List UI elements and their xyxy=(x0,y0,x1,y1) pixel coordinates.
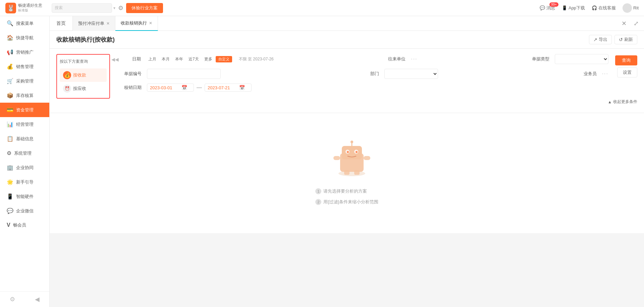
app-name: 畅捷通好生意 xyxy=(18,3,42,8)
avatar xyxy=(623,3,632,13)
step-2-circle: 2 xyxy=(315,199,321,205)
collapse-more-label: 收起更多条件 xyxy=(613,99,637,105)
empty-step2-text: 用[过滤]条件来缩小分析范围 xyxy=(323,198,378,206)
filter-row-3: 核销日期 📅 — 📅 xyxy=(124,84,608,92)
sidebar-item-operation[interactable]: 📊 经营管理 xyxy=(0,117,49,132)
tab-prepay[interactable]: 预付冲应付单 ✕ xyxy=(73,16,115,31)
filter-spacer: 不限 至 2023-07-26 xyxy=(239,56,274,62)
svg-rect-12 xyxy=(354,170,360,175)
sidebar-item-quick-nav[interactable]: 🏠 快捷导航 xyxy=(0,31,49,45)
robot-svg xyxy=(330,140,374,177)
guide-icon: 🌟 xyxy=(7,179,13,185)
writeoff-start-wrap: 📅 xyxy=(147,84,194,92)
settings-icon[interactable]: ⚙ xyxy=(10,296,15,303)
finance-icon: 💳 xyxy=(7,107,13,113)
step-1-circle: 1 xyxy=(315,188,321,194)
message-icon: 💬 xyxy=(540,5,545,10)
message-item[interactable]: 💬 消息 99+ xyxy=(540,5,555,11)
tab-home[interactable]: 首页 xyxy=(50,16,73,31)
doc-type-select[interactable] xyxy=(555,54,608,64)
writeoff-start-input[interactable] xyxy=(150,85,180,90)
refresh-button[interactable]: ↺ 刷新 xyxy=(614,35,637,44)
last-month-btn[interactable]: 上月 xyxy=(146,56,158,63)
sidebar-item-basic[interactable]: 📋 基础信息 xyxy=(0,132,49,146)
tab-expand-button[interactable]: ⤢ xyxy=(631,18,641,29)
calendar-start-icon[interactable]: 📅 xyxy=(181,85,187,90)
panel-collapse-btn[interactable]: ◀◀ xyxy=(111,57,119,62)
sidebar-item-system[interactable]: ⚙ 系统管理 xyxy=(0,146,49,160)
sidebar-label-vip: 畅会员 xyxy=(13,222,26,228)
enterprise-icon: 🏢 xyxy=(7,164,13,171)
sidebar-label-basic: 基础信息 xyxy=(16,136,34,142)
sidebar-label-sales: 销售管理 xyxy=(16,64,34,70)
user-item[interactable]: Rit xyxy=(623,3,639,13)
gear-icon[interactable]: ⚙ xyxy=(118,4,123,12)
sidebar-item-guide[interactable]: 🌟 新手引导 xyxy=(0,175,49,189)
panel-item-receipt-label: 按收款 xyxy=(73,72,86,78)
tab-close-button[interactable]: ✕ xyxy=(619,18,629,29)
logo-icon: 🐰 xyxy=(5,3,16,13)
sidebar-label-marketing: 营销推广 xyxy=(16,49,34,55)
app-download-item[interactable]: 📱 App下载 xyxy=(562,5,585,11)
sidebar-item-purchase[interactable]: 🛒 采购管理 xyxy=(0,74,49,88)
panel-item-receivable[interactable]: ⏰ 按应收 xyxy=(60,82,107,95)
svg-rect-11 xyxy=(344,170,350,175)
empty-text: 1 请先选择要分析的方案 2 用[过滤]条件来缩小分析范围 xyxy=(315,187,378,206)
panel-item-receipt[interactable]: 💰 按收款 xyxy=(60,68,107,82)
query-button[interactable]: 查询 xyxy=(615,55,637,65)
filter-row-1: 日期 上月 本月 本年 近7天 更多 自定义 xyxy=(124,54,608,64)
right-filter: 日期 上月 本月 本年 近7天 更多 自定义 xyxy=(124,54,637,107)
dept-select[interactable] xyxy=(384,69,438,79)
empty-step-1: 1 请先选择要分析的方案 xyxy=(315,187,378,196)
collapse-sidebar-icon[interactable]: ◀ xyxy=(35,296,40,303)
sidebar-item-weixin[interactable]: 💬 企业微信 xyxy=(0,204,49,218)
more-dates-btn[interactable]: 更多 xyxy=(202,56,214,63)
query-btn-group: 查询 设置 xyxy=(614,54,637,78)
setting-button[interactable]: 设置 xyxy=(617,67,637,78)
employee-dots[interactable]: ··· xyxy=(602,71,608,77)
sidebar-item-enterprise[interactable]: 🏢 企业协同 xyxy=(0,160,49,175)
sidebar-label-enterprise: 企业协同 xyxy=(16,165,34,171)
employee-label: 业务员 xyxy=(580,71,597,77)
sidebar-label-weixin: 企业微信 xyxy=(16,208,34,214)
tab-home-label: 首页 xyxy=(56,20,66,27)
tab-prepay-close[interactable]: ✕ xyxy=(106,21,110,26)
sidebar-item-finance[interactable]: 💳 资金管理 xyxy=(0,103,49,117)
content-area: 首页 预付冲应付单 ✕ 收款核销执行 ✕ ✕ ⤢ 收款核销执行(按收款) xyxy=(50,16,644,307)
doc-no-input[interactable] xyxy=(147,69,221,79)
date-dash: — xyxy=(197,85,202,91)
sidebar-label-hardware: 智能硬件 xyxy=(16,194,34,200)
tab-writeoff-close[interactable]: ✕ xyxy=(149,21,152,25)
export-button[interactable]: ↗ 导出 xyxy=(589,35,612,44)
online-service-label: 在线客服 xyxy=(598,5,616,11)
filter-rows-group: 日期 上月 本月 本年 近7天 更多 自定义 xyxy=(124,54,637,96)
chevron-down-icon[interactable]: ▾ xyxy=(113,6,115,10)
industry-button[interactable]: 休验行业方案 xyxy=(126,3,163,13)
last-7days-btn[interactable]: 近7天 xyxy=(186,56,201,63)
tab-writeoff[interactable]: 收款核销执行 ✕ xyxy=(115,16,158,31)
sidebar-label-search: 搜索菜单 xyxy=(16,20,34,27)
left-panel: 按以下方案查询 💰 按收款 ⏰ 按应收 xyxy=(56,54,110,99)
sidebar-item-vip[interactable]: V 畅会员 xyxy=(0,218,49,232)
page-header-actions: ↗ 导出 ↺ 刷新 xyxy=(589,35,637,44)
sidebar-label-finance: 资金管理 xyxy=(16,107,34,113)
online-service-item[interactable]: 🎧 在线客服 xyxy=(592,5,616,11)
sidebar-item-search[interactable]: 🔍 搜索菜单 xyxy=(0,16,49,31)
sidebar-item-inventory[interactable]: 📦 库存核算 xyxy=(0,88,49,103)
tab-writeoff-label: 收款核销执行 xyxy=(121,20,147,26)
search-menu-icon: 🔍 xyxy=(7,20,13,27)
sidebar-item-hardware[interactable]: 📱 智能硬件 xyxy=(0,189,49,204)
robot-body xyxy=(330,140,364,170)
this-month-btn[interactable]: 本月 xyxy=(160,56,172,63)
collapse-more-btn[interactable]: ▲ 收起更多条件 xyxy=(608,99,637,105)
sidebar-item-sales[interactable]: 💰 销售管理 xyxy=(0,59,49,74)
this-year-btn[interactable]: 本年 xyxy=(173,56,185,63)
partner-dots[interactable]: ··· xyxy=(411,56,417,62)
writeoff-end-input[interactable] xyxy=(208,85,238,90)
receivable-icon: ⏰ xyxy=(63,85,71,93)
empty-step-2: 2 用[过滤]条件来缩小分析范围 xyxy=(315,198,378,206)
sidebar-item-marketing[interactable]: 📢 营销推广 xyxy=(0,45,49,59)
calendar-end-icon[interactable]: 📅 xyxy=(239,85,245,90)
user-name: Rit xyxy=(633,5,639,10)
sidebar-label-quick-nav: 快捷导航 xyxy=(16,35,34,41)
